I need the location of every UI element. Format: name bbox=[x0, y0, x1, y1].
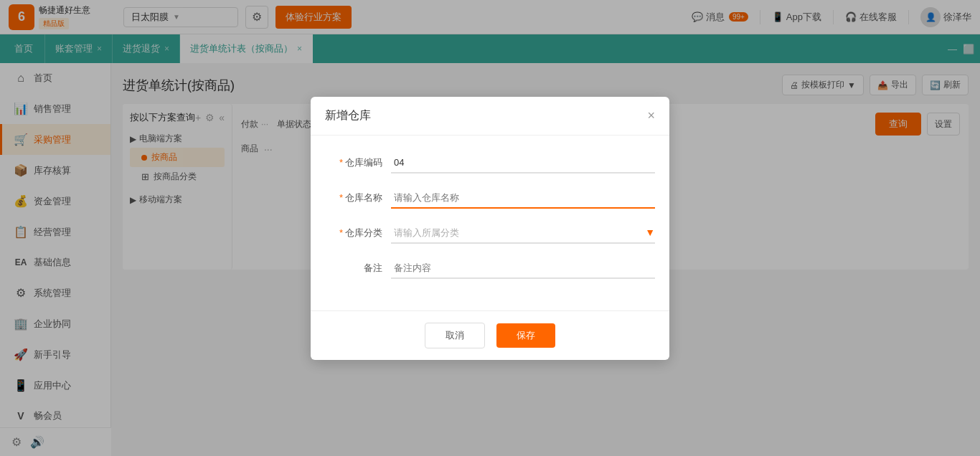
modal-body: 仓库编码 仓库名称 仓库分类 请输入所属分类 ▼ 备注 bbox=[311, 136, 669, 310]
new-warehouse-modal: 新增仓库 × 仓库编码 仓库名称 仓库分类 请输入所属分类 bbox=[311, 97, 669, 360]
name-label: 仓库名称 bbox=[325, 191, 382, 204]
code-input[interactable] bbox=[391, 153, 655, 174]
modal-footer: 取消 保存 bbox=[311, 310, 669, 360]
category-label: 仓库分类 bbox=[325, 227, 382, 239]
category-select-wrap: 请输入所属分类 ▼ bbox=[391, 223, 655, 244]
modal-header: 新增仓库 × bbox=[311, 97, 669, 136]
modal-title: 新增仓库 bbox=[325, 108, 371, 123]
name-input[interactable] bbox=[391, 188, 655, 209]
category-dropdown-arrow: ▼ bbox=[645, 227, 655, 238]
code-field-row: 仓库编码 bbox=[325, 153, 655, 174]
modal-close-button[interactable]: × bbox=[647, 109, 655, 122]
modal-overlay[interactable]: 新增仓库 × 仓库编码 仓库名称 仓库分类 请输入所属分类 bbox=[0, 0, 980, 456]
note-input[interactable] bbox=[391, 258, 655, 279]
category-field-row: 仓库分类 请输入所属分类 ▼ bbox=[325, 223, 655, 244]
save-button[interactable]: 保存 bbox=[496, 323, 555, 348]
note-label: 备注 bbox=[325, 262, 382, 275]
cancel-button[interactable]: 取消 bbox=[425, 323, 485, 348]
name-field-row: 仓库名称 bbox=[325, 188, 655, 209]
category-select[interactable]: 请输入所属分类 bbox=[391, 223, 645, 242]
code-label: 仓库编码 bbox=[325, 156, 382, 169]
note-field-row: 备注 bbox=[325, 258, 655, 279]
